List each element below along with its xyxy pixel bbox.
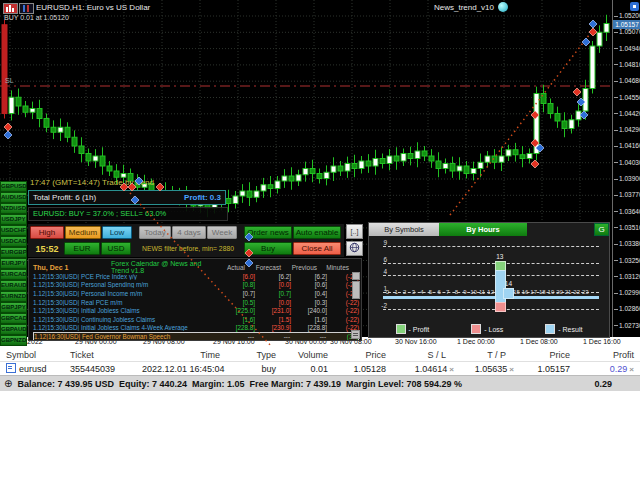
event-forecast: [0.0] xyxy=(255,299,291,306)
price-tick: 1.03770 xyxy=(614,191,640,198)
total-profit-label: Total Profit: 6 (1h) xyxy=(33,193,96,202)
order-icon xyxy=(6,363,16,373)
sidebar-symbol-gbpjpy[interactable]: GBPJPY xyxy=(0,302,27,313)
panel-side-buttons: [..] xyxy=(346,224,363,258)
event-previous: [1.6] xyxy=(291,316,327,323)
sidebar-symbol-euraud[interactable]: EURAUD xyxy=(0,280,27,291)
calendar-event-row[interactable]: 1.12|15:30|USD| Initial Jobless Claims 4… xyxy=(33,324,359,333)
calendar-event-row[interactable]: 1.12|15:30|USD| Continuing Jobless Claim… xyxy=(33,315,359,324)
symbols-sidebar: GBPUSDAUDUSDNZDUSDUSDJPYUSDCHFUSDCADEURG… xyxy=(0,181,27,339)
expander-icon[interactable]: ⊕ xyxy=(4,378,12,389)
calendar-event-row[interactable]: 1.12|16:30|USD| Fed Governor Bowman Spee… xyxy=(33,332,359,341)
autoscroll-icon[interactable] xyxy=(630,2,639,11)
calendar-corner-icon[interactable] xyxy=(351,330,360,339)
price-tick: 1.02860 xyxy=(614,305,640,312)
cell-ticket: 355445039 xyxy=(64,364,142,374)
loss-bar xyxy=(495,302,506,313)
th-tp[interactable]: T / P xyxy=(460,350,520,360)
calendar-event-row[interactable]: 1.12|15:30|USD| PCE Price Index y/y[6.0]… xyxy=(33,272,359,281)
event-actual: [0.8] xyxy=(223,281,255,288)
col-actual: Actual xyxy=(213,264,245,271)
price-tick: 1.03380 xyxy=(614,240,640,247)
auto-enable-button[interactable]: Auto enable xyxy=(293,226,341,239)
th-profit[interactable]: Profit xyxy=(584,350,640,360)
legend-profit: - Profit xyxy=(396,324,430,334)
stoploss-label: SL xyxy=(5,77,14,84)
event-name: 1.12|15:30|USD| Initial Jobless Claims 4… xyxy=(33,324,223,331)
sidebar-symbol-eurjpy[interactable]: EURJPY xyxy=(0,258,27,269)
price-tick: 1.04810 xyxy=(614,61,640,68)
globe-button[interactable] xyxy=(346,241,363,256)
hour-tick: 23 xyxy=(581,289,590,295)
result-swatch xyxy=(545,324,555,334)
medium-impact-button[interactable]: Medium xyxy=(65,226,101,239)
th-type[interactable]: Type xyxy=(234,350,290,360)
price-tick: 1.02990 xyxy=(614,289,640,296)
sidebar-symbol-usdcad[interactable]: USDCAD xyxy=(0,236,27,247)
th-price-current[interactable]: Price xyxy=(520,350,584,360)
low-impact-button[interactable]: Low xyxy=(102,226,132,239)
th-symbol[interactable]: Symbol xyxy=(0,350,64,360)
calendar-scrollbar[interactable] xyxy=(352,272,360,328)
profit-swatch xyxy=(396,324,406,334)
time-tick: 1 Dec 00:00 xyxy=(457,338,495,345)
event-forecast: [231.0] xyxy=(255,307,291,314)
today-button[interactable]: Today xyxy=(139,226,171,239)
legend-loss: - Loss xyxy=(471,324,503,334)
chart-window-icon xyxy=(3,3,18,14)
expand-button[interactable]: [..] xyxy=(346,224,363,239)
scroll-up-button[interactable] xyxy=(352,272,360,280)
usd-button[interactable]: USD xyxy=(101,242,131,255)
forex-calendar-panel: Thu, Dec 1 Forex Calendar @ News and Tre… xyxy=(28,258,362,341)
sidebar-symbol-usdchf[interactable]: USDCHF xyxy=(0,225,27,236)
sidebar-symbol-audusd[interactable]: AUDUSD xyxy=(0,192,27,203)
col-minutes: Minutes xyxy=(317,264,349,271)
close-order-icon[interactable]: × xyxy=(629,365,634,374)
four-days-button[interactable]: 4 days xyxy=(172,226,206,239)
clock-label: 15:52 xyxy=(30,244,64,254)
sidebar-symbol-eurgbp[interactable]: EURGBP xyxy=(0,247,27,258)
sidebar-symbol-eurnzd[interactable]: EURNZD xyxy=(0,291,27,302)
high-impact-button[interactable]: High xyxy=(30,226,64,239)
price-scale[interactable]: 1.05157 1.052001.050701.049401.048101.04… xyxy=(612,0,640,337)
sidebar-symbol-usdjpy[interactable]: USDJPY xyxy=(0,214,27,225)
cell-profit: 0.29 xyxy=(610,364,628,374)
sidebar-symbol-gbpusd[interactable]: GBPUSD xyxy=(0,181,27,192)
th-time[interactable]: Time xyxy=(142,350,234,360)
tab-by-hours[interactable]: By Hours xyxy=(439,223,527,236)
sidebar-symbol-nzdusd[interactable]: NZDUSD xyxy=(0,203,27,214)
calendar-event-row[interactable]: 1.12|15:30|USD| Real PCE m/m[0.5][0.0][0… xyxy=(33,298,359,307)
calendar-header: Thu, Dec 1 Forex Calendar @ News and Tre… xyxy=(29,259,361,272)
sidebar-symbol-gbpcad[interactable]: GBPCAD xyxy=(0,313,27,324)
cell-sl: 1.04614 xyxy=(415,364,448,374)
th-volume[interactable]: Volume xyxy=(290,350,342,360)
grid-line xyxy=(383,246,599,247)
buy-button[interactable]: Buy xyxy=(244,242,292,255)
price-tick: 1.04420 xyxy=(614,110,640,117)
remove-sl-icon[interactable]: × xyxy=(449,365,454,374)
cell-volume: 0.01 xyxy=(290,364,342,374)
result-bar xyxy=(503,288,514,299)
th-sl[interactable]: S / L xyxy=(400,350,460,360)
g-button[interactable]: G xyxy=(594,223,609,236)
calendar-event-row[interactable]: 1.12|15:30|USD| Initial Jobless Claims[2… xyxy=(33,306,359,315)
sidebar-symbol-eurcad[interactable]: EURCAD xyxy=(0,269,27,280)
trade-row[interactable]: eurusd 355445039 2022.12.01 16:45:04 buy… xyxy=(0,362,640,375)
eur-button[interactable]: EUR xyxy=(64,242,100,255)
event-previous: [228.8] xyxy=(291,324,327,331)
calendar-event-row[interactable]: 1.12|15:30|USD| Personal Spending m/m[0.… xyxy=(33,281,359,290)
th-ticket[interactable]: Ticket xyxy=(64,350,142,360)
remove-tp-icon[interactable]: × xyxy=(509,365,514,374)
order-news-button[interactable]: Order news xyxy=(244,226,292,239)
sidebar-symbol-gbpnzd[interactable]: GBPNZD xyxy=(0,335,27,346)
calendar-event-row[interactable]: 1.12|15:30|USD| Personal Income m/m[0.7]… xyxy=(33,289,359,298)
week-button[interactable]: Week xyxy=(207,226,237,239)
event-previous: [0.4] xyxy=(291,290,327,297)
scroll-thumb[interactable] xyxy=(352,281,360,299)
control-panel: High Medium Low Today 4 days Week Order … xyxy=(28,224,344,257)
tab-by-symbols[interactable]: By Symbols xyxy=(369,223,439,236)
sidebar-symbol-gbpaud[interactable]: GBPAUD xyxy=(0,324,27,335)
th-price-open[interactable]: Price xyxy=(342,350,400,360)
news-filter-label: NEWS filter before, min= 2880 xyxy=(132,245,244,252)
close-all-button[interactable]: Close All xyxy=(293,242,341,255)
